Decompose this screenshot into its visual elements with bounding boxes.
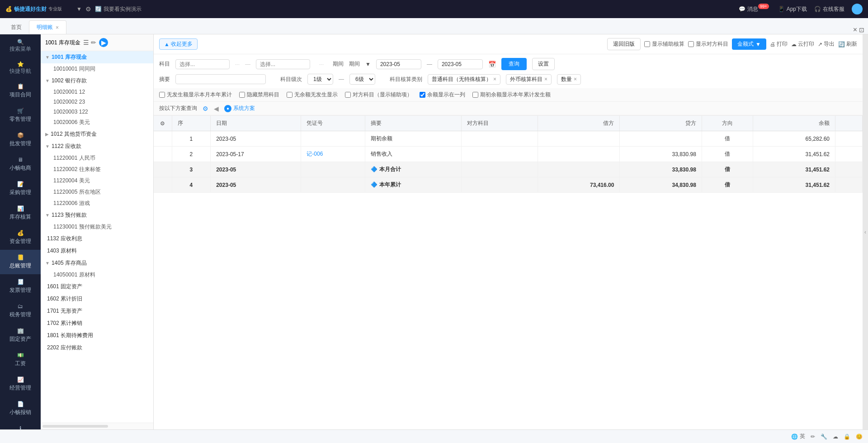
account-group-header-1122[interactable]: ▼ 1122 应收款 [41,140,153,152]
print-btn[interactable]: 🖨 打印 [770,40,788,48]
sidebar-item-retail[interactable]: 🛒 零售管理 [0,103,41,128]
cb-hide-disabled-input[interactable] [239,92,245,98]
account-group-1601[interactable]: 1601 固定资产 [41,281,153,293]
top-settings-icon[interactable]: ⚙ [85,5,91,13]
subject-level-start-select[interactable]: 1级 2级 3级 [307,74,333,85]
close-window-btn[interactable]: × [853,26,857,34]
sidebar-item-operations[interactable]: 📈 经营管理 [0,372,41,396]
cloud-print-btn[interactable]: ☁ 云打印 [791,40,814,48]
account-child-14050001[interactable]: 14050001 原材料 [41,269,153,281]
show-auxiliary-input[interactable] [644,41,650,47]
notification-btn[interactable]: 💬 消息 99+ [739,5,770,13]
cb-balance-col-input[interactable] [420,92,425,98]
sidebar-search[interactable]: 🔍 搜索菜单 [0,34,41,57]
subject-level-end-select[interactable]: 6级 5级 [349,74,375,85]
account-group-1132[interactable]: 1132 应收利息 [41,233,153,245]
account-group-1701[interactable]: 1701 无形资产 [41,305,153,317]
sidebar-item-purchase[interactable]: 📝 采购管理 [0,176,41,201]
show-auxiliary-checkbox[interactable]: 显示辅助核算 [644,40,684,48]
right-collapse-panel[interactable]: ‹ [863,34,868,429]
status-lock-btn[interactable]: 🔒 [844,433,850,440]
account-group-1602[interactable]: 1602 累计折旧 [41,293,153,305]
user-avatar[interactable] [852,4,863,14]
sidebar-item-accounting[interactable]: 📒 总账管理 [0,250,41,274]
export-btn[interactable]: ↗ 导出 [818,40,835,48]
account-group-header-1012[interactable]: ▶ 1012 其他货币资金 [41,128,153,140]
th-settings[interactable]: ⚙ [154,116,172,131]
tab-home[interactable]: 首页 [4,20,29,34]
account-group-1002[interactable]: ▼ 1002 银行存款 10020001 12 10020002 23 1002… [41,75,153,128]
refresh-btn[interactable]: 🔄 刷新 [838,40,857,48]
sidebar-item-wholesale[interactable]: 📦 批发管理 [0,128,41,152]
back-to-old-btn[interactable]: 退回旧版 [607,38,641,50]
cb-no-balance-show[interactable]: 无发生额显示本月本年累计 [159,91,232,99]
company-dropdown[interactable]: ▼ [76,6,82,12]
account-group-1012[interactable]: ▶ 1012 其他货币资金 [41,128,153,140]
account-group-header-1002[interactable]: ▼ 1002 银行存款 [41,75,153,87]
app-download-btn[interactable]: 📱 App下载 [778,5,807,13]
account-group-1122[interactable]: ▼ 1122 应收款 11220001 人民币 11220002 往来标签 11… [41,140,153,209]
query-settings-icon[interactable]: ⚙ [203,105,208,112]
period-type-arrow[interactable]: ▼ [365,61,371,67]
amount-style-btn[interactable]: 金额式 ▼ [732,38,766,50]
tag-quantity[interactable]: 数量 × [557,74,581,85]
sidebar-item-ecommerce[interactable]: 🖥 小畅电商 [0,152,41,176]
subject-end-input[interactable] [256,59,310,69]
account-group-1801[interactable]: 1801 长期待摊费用 [41,329,153,342]
status-lang-btn[interactable]: 🌐 英 [791,433,805,440]
status-tool2-btn[interactable]: 🔧 [821,433,827,440]
account-group-1123[interactable]: ▼ 1123 预付账款 11230001 预付账款美元 [41,209,153,233]
status-cloud-btn[interactable]: ☁ [833,433,838,440]
account-child-10020003[interactable]: 10020003 122 [41,107,153,117]
sidebar-item-inventory[interactable]: 📊 库存核算 [0,201,41,225]
tag-normal-subject[interactable]: 普通科目（无特殊核算） × [428,74,500,85]
tag-foreign-close[interactable]: × [544,76,547,82]
cb-no-balance-input[interactable] [159,92,165,98]
query-left-arrow[interactable]: ◀ [214,105,219,112]
cb-balance-one-col[interactable]: 余额显示在一列 [420,91,465,99]
account-group-header-1602[interactable]: 1602 累计折旧 [41,293,153,305]
subject-input[interactable] [175,59,230,69]
sidebar-item-fixed-assets[interactable]: 🏢 固定资产 [0,323,41,348]
cb-opposite-account[interactable]: 对方科目（显示辅助项） [345,91,412,99]
sidebar-item-invoice[interactable]: 🧾 发票管理 [0,274,41,299]
cb-period-input[interactable] [472,92,478,98]
account-tree-hscroll[interactable] [41,423,153,429]
tag-quantity-close[interactable]: × [574,76,577,82]
online-service-btn[interactable]: 🎧 在线客服 [814,5,844,13]
calendar-icon[interactable]: 📅 [488,61,496,68]
cb-period-balance[interactable]: 期初余额显示本年累计发生额 [472,91,551,99]
demo-link[interactable]: 🔄 我要看实例演示 [95,5,142,13]
status-face-btn[interactable]: 😊 [856,433,863,440]
show-opposite-checkbox[interactable]: 显示对方科目 [688,40,728,48]
restore-window-btn[interactable]: ⊡ [859,26,864,33]
account-group-header-1123[interactable]: ▼ 1123 预付账款 [41,209,153,221]
account-group-header-1702[interactable]: 1702 累计摊销 [41,317,153,329]
account-group-2202[interactable]: 2202 应付账款 [41,342,153,354]
cb-no-balance2-input[interactable] [287,92,292,98]
account-child-10020001[interactable]: 10020001 12 [41,87,153,97]
status-tool1-btn[interactable]: ✏ [811,433,815,440]
period-start-input[interactable] [376,59,421,69]
cb-no-balance-show2[interactable]: 无余额无发生显示 [287,91,338,99]
account-tree-nav-btn[interactable]: ▶ [99,38,108,47]
voucher-link-2[interactable]: 记-006 [307,151,323,157]
sidebar-item-salary[interactable]: 💵 工资 [0,348,41,372]
setting-btn[interactable]: 设置 [532,58,555,70]
sidebar-item-sales-report[interactable]: 📄 小畅报销 [0,396,41,421]
account-child-10020006[interactable]: 10020006 美元 [41,117,153,128]
account-tree-list-icon[interactable]: ☰ [83,39,89,46]
account-group-header-1405[interactable]: ▼ 1405 库存商品 [41,257,153,269]
sidebar-item-tax[interactable]: 🗂 税务管理 [0,299,41,323]
account-group-header-1801[interactable]: 1801 长期待摊费用 [41,329,153,342]
tag-normal-close[interactable]: × [493,76,496,82]
account-group-header-1001[interactable]: ▼ 1001 库存现金 [41,51,153,63]
sidebar-quick-nav[interactable]: ⭐ 快捷导航 [0,57,41,79]
expand-more-btn[interactable]: ▲ 收起更多 [159,38,198,50]
account-group-1702[interactable]: 1702 累计摊销 [41,317,153,329]
account-child-10010001[interactable]: 10010001 同同同 [41,63,153,75]
account-child-11220004[interactable]: 11220004 美元 [41,175,153,186]
sidebar-item-basic-info[interactable]: ℹ 基础信息 [0,421,41,429]
cb-opposite-input[interactable] [345,92,351,98]
account-child-11230001[interactable]: 11230001 预付账款美元 [41,221,153,233]
